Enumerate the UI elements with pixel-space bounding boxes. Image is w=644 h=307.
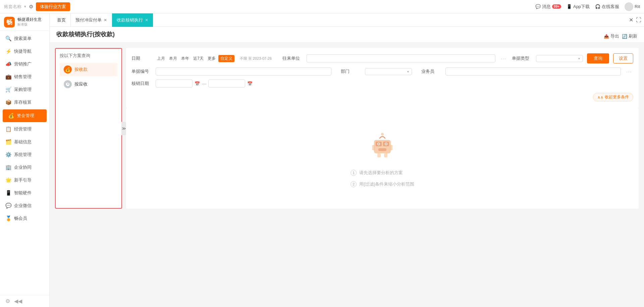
doc-type-chevron-icon: ▾ — [578, 57, 580, 60]
top-bar: 账套名称 ▾ ⚙ 体验行业方案 💬 消息 99+ 📱 App下载 🎧 在线客服 … — [0, 0, 644, 13]
sidebar-item-search[interactable]: 🔍 搜索菜单 — [0, 32, 49, 45]
export-label: 导出 — [610, 33, 619, 39]
sidebar-label-marketing: 营销推广 — [14, 61, 32, 67]
date-option-custom[interactable]: 自定义 — [218, 55, 234, 62]
filter-panel-title: 按以下方案查询 — [60, 53, 117, 59]
refresh-icon: 🔄 — [622, 34, 627, 39]
date-label: 日期 — [131, 55, 152, 61]
enterprise-icon: 🏢 — [5, 164, 11, 170]
date-option-more[interactable]: 更多 — [206, 55, 217, 62]
sidebar-label-quick-nav: 快捷导航 — [14, 48, 32, 54]
main-layout: 畅 畅捷通好生意 标准版 🔍 搜索菜单 ⚡ 快捷导航 📣 营销推广 💼 销售管理 — [0, 13, 644, 307]
brand-text: 账套名称 — [4, 4, 21, 10]
tab-home[interactable]: 首页 — [52, 13, 71, 27]
verify-date-start-cal-icon[interactable]: 📅 — [195, 81, 200, 86]
filter-option-by-receipt[interactable]: 💰 按收款 — [60, 63, 117, 76]
empty-state-tips: 1 请先选择要分析的方案 2 用[过滤]条件来缩小分析范围 — [351, 168, 414, 189]
verify-date-group: 2023-03-01 📅 — 2023-07-21 📅 — [156, 80, 253, 88]
collapse-up-icon: ∧∧ — [597, 95, 603, 100]
sidebar-item-purchase[interactable]: 🛒 采购管理 — [0, 83, 49, 96]
filter-option-by-receivable[interactable]: 🕐 按应收 — [60, 78, 117, 91]
date-option-last-month[interactable]: 上月 — [156, 55, 166, 62]
svg-rect-5 — [390, 145, 392, 150]
sales-rep-input[interactable] — [445, 67, 621, 75]
sidebar-collapse-icon[interactable]: ◀◀ — [14, 298, 22, 304]
sidebar-item-finance[interactable]: 💰 资金管理 — [3, 109, 47, 122]
doc-type-select[interactable]: ▾ — [536, 55, 583, 62]
sidebar-settings-icon[interactable]: ⚙ — [5, 298, 10, 304]
sidebar-item-basic[interactable]: 🗂️ 基础信息 — [0, 136, 49, 148]
sidebar-item-inventory[interactable]: 📦 库存核算 — [0, 96, 49, 109]
empty-tip-1: 1 请先选择要分析的方案 — [351, 168, 414, 177]
refresh-btn[interactable]: 🔄 刷新 — [622, 33, 637, 39]
sidebar-item-hardware[interactable]: 📱 智能硬件 — [0, 187, 49, 199]
sidebar-label-enterprise: 企业协同 — [14, 164, 32, 170]
date-option-this-year[interactable]: 本年 — [180, 55, 191, 62]
headset-icon: 🎧 — [595, 4, 600, 9]
sidebar-item-sales[interactable]: 💼 销售管理 — [0, 70, 49, 83]
sales-rep-dots-btn[interactable]: ··· — [625, 69, 633, 74]
tab-close-all-btn[interactable]: ✕ — [629, 17, 633, 23]
tab-collection-close-icon[interactable]: ✕ — [145, 18, 148, 22]
messages-item[interactable]: 💬 消息 99+ — [535, 4, 561, 10]
sidebar-item-system[interactable]: ⚙️ 系统管理 — [0, 148, 49, 161]
receipt-option-icon: 💰 — [64, 65, 72, 73]
date-option-7days[interactable]: 近7天 — [192, 55, 205, 62]
query-btn[interactable]: 查询 — [587, 53, 609, 63]
export-btn[interactable]: 📤 导出 — [604, 33, 619, 39]
online-service-item[interactable]: 🎧 在线客服 — [595, 4, 619, 10]
sidebar-item-wechat[interactable]: 💬 企业微信 — [0, 199, 49, 212]
sidebar-item-guide[interactable]: 🌟 新手引导 — [0, 174, 49, 187]
sidebar-item-member[interactable]: 🏅 畅会员 — [0, 212, 49, 225]
tab-bar: 首页 预付冲应付单 ✕ 收款核销执行 ✕ ✕ ⛶ — [50, 13, 644, 27]
guide-icon: 🌟 — [5, 177, 11, 183]
sidebar-item-enterprise[interactable]: 🏢 企业协同 — [0, 161, 49, 174]
sidebar-item-quick-nav[interactable]: ⚡ 快捷导航 — [0, 45, 49, 58]
sidebar-item-marketing[interactable]: 📣 营销推广 — [0, 58, 49, 70]
date-option-this-month[interactable]: 本月 — [168, 55, 178, 62]
industry-btn[interactable]: 体验行业方案 — [36, 2, 70, 11]
page-header-actions: 📤 导出 🔄 刷新 — [604, 31, 637, 42]
doc-no-input[interactable] — [156, 67, 331, 75]
sidebar-label-member: 畅会员 — [14, 215, 27, 221]
sidebar-item-operations[interactable]: 📋 经营管理 — [0, 123, 49, 136]
department-select[interactable]: ▾ — [365, 68, 412, 75]
export-icon: 📤 — [604, 34, 609, 39]
svg-rect-3 — [378, 148, 386, 151]
dropdown-arrow-icon[interactable]: ▾ — [24, 4, 26, 9]
logo-badge: 标准版 — [17, 22, 42, 27]
system-icon: ⚙️ — [5, 152, 11, 158]
svg-rect-6 — [377, 153, 381, 157]
svg-point-10 — [378, 143, 379, 145]
tab-prepay-close-icon[interactable]: ✕ — [104, 18, 107, 22]
avatar — [625, 2, 633, 11]
tab-fullscreen-btn[interactable]: ⛶ — [636, 17, 641, 23]
doc-no-label: 单据编号 — [131, 68, 152, 74]
tab-collection[interactable]: 收款核销执行 ✕ — [112, 13, 153, 27]
counterpart-dots-btn[interactable]: ··· — [499, 56, 508, 61]
sales-rep-label: 业务员 — [421, 68, 441, 74]
app-download-item[interactable]: 📱 App下载 — [567, 4, 590, 10]
tab-prepay[interactable]: 预付冲应付单 ✕ — [71, 13, 112, 27]
collapse-conditions-btn[interactable]: ∧∧ 收起更多条件 — [593, 93, 633, 101]
counterpart-input[interactable] — [307, 54, 495, 62]
verify-date-end[interactable]: 2023-07-21 — [208, 80, 245, 88]
top-bar-left: 账套名称 ▾ ⚙ 体验行业方案 — [4, 2, 533, 11]
page-content: 收款核销执行(按收款) 📤 导出 🔄 刷新 按以下方案查询 — [50, 27, 644, 307]
filter-panel: 按以下方案查询 💰 按收款 🕐 按应收 ≫ — [55, 48, 122, 209]
filter-collapse-btn[interactable]: ≫ — [121, 122, 126, 135]
query-row-1: 日期 上月 本月 本年 近7天 更多 自定义 不限 至 2023-07-26 — [131, 53, 633, 63]
tab-bar-actions: ✕ ⛶ — [629, 17, 641, 23]
user-item[interactable]: Rit — [625, 2, 640, 11]
gear-icon[interactable]: ⚙ — [29, 4, 33, 10]
inventory-icon: 📦 — [5, 99, 11, 105]
sales-icon: 💼 — [5, 74, 11, 80]
verify-date-start[interactable]: 2023-03-01 — [156, 80, 193, 88]
hardware-icon: 📱 — [5, 190, 11, 196]
settings-btn[interactable]: 设置 — [613, 53, 633, 63]
svg-point-12 — [381, 133, 384, 136]
query-row-2: 单据编号 部门 ▾ 业务员 ··· — [131, 67, 633, 75]
verify-date-end-cal-icon[interactable]: 📅 — [247, 81, 253, 86]
tab-prepay-label: 预付冲应付单 — [75, 17, 102, 23]
finance-icon: 💰 — [8, 113, 14, 119]
